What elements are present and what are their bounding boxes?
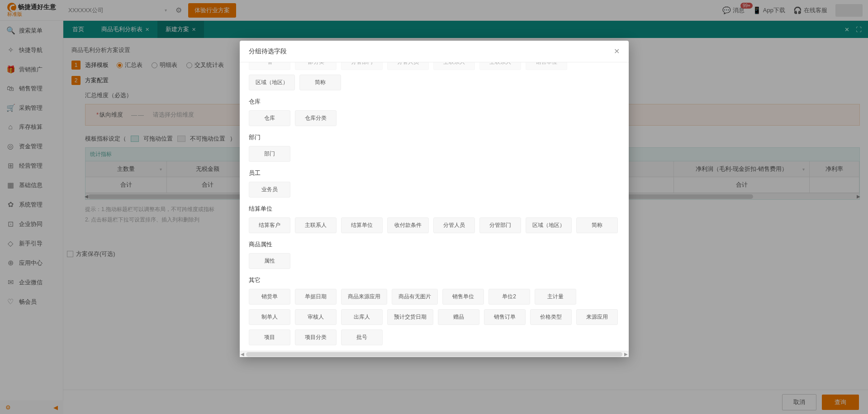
field-chip[interactable]: 单位2 (489, 289, 530, 305)
field-chip[interactable]: 出库人 (341, 309, 383, 325)
field-chip[interactable]: 简称 (576, 217, 618, 233)
field-chip[interactable]: 属性 (249, 253, 290, 269)
field-chip[interactable]: 分管人员 (433, 217, 475, 233)
modal-title: 分组待选字段 (249, 47, 287, 56)
field-chip[interactable]: 仓库 (249, 110, 290, 126)
field-chip[interactable]: 分管人员 (387, 62, 429, 70)
field-chip[interactable]: 区域（地区） (249, 75, 295, 90)
group-title-staff: 员工 (249, 169, 620, 177)
field-chip[interactable]: 业务员 (249, 182, 290, 198)
modal-scrollbar[interactable]: ◀▶ (240, 351, 629, 357)
field-chip[interactable]: 销售单位 (442, 289, 484, 305)
field-chip[interactable]: 制单人 (249, 309, 290, 325)
field-chip[interactable]: 单据日期 (295, 289, 337, 305)
field-chip[interactable]: 主联系人 (295, 217, 337, 233)
field-chip[interactable]: 主联系人 (479, 62, 521, 70)
field-chip[interactable]: 结算客户 (249, 217, 290, 233)
field-chip[interactable]: 批号 (341, 329, 383, 345)
field-chip[interactable]: 审核人 (295, 309, 337, 325)
field-chip[interactable]: 简称 (299, 75, 341, 90)
field-chip[interactable]: 商品有无图片 (392, 289, 438, 305)
group-title-settle: 结算单位 (249, 205, 620, 213)
field-chip[interactable]: 分管部门 (479, 217, 521, 233)
close-icon[interactable]: ✕ (614, 47, 620, 56)
field-chip[interactable]: 项目分类 (295, 329, 337, 345)
field-chip[interactable]: 项目 (249, 329, 290, 345)
field-chip[interactable]: 省/分类 (295, 62, 337, 70)
field-chip[interactable]: 部门 (249, 146, 290, 162)
modal-overlay: 分组待选字段 ✕ 省省/分类分管部门分管人员主联系人主联系人销售单位 区域（地区… (0, 0, 868, 414)
field-chip[interactable]: 仓库分类 (295, 110, 337, 126)
field-chip[interactable]: 销售单位 (526, 62, 567, 70)
field-chip[interactable]: 分管部门 (341, 62, 383, 70)
field-chip[interactable]: 主联系人 (433, 62, 475, 70)
field-chip[interactable]: 预计交货日期 (387, 309, 433, 325)
field-chip[interactable]: 区域（地区） (526, 217, 572, 233)
field-chip[interactable]: 收付款条件 (387, 217, 429, 233)
field-chip[interactable]: 主计量 (535, 289, 576, 305)
field-chip[interactable]: 结算单位 (341, 217, 383, 233)
group-title-warehouse: 仓库 (249, 98, 620, 106)
field-chip[interactable]: 来源应用 (576, 309, 618, 325)
group-title-other: 其它 (249, 276, 620, 284)
field-chip[interactable]: 销售订单 (484, 309, 526, 325)
field-chip[interactable]: 价格类型 (530, 309, 572, 325)
group-field-modal: 分组待选字段 ✕ 省省/分类分管部门分管人员主联系人主联系人销售单位 区域（地区… (240, 41, 629, 357)
field-chip[interactable]: 商品来源应用 (341, 289, 387, 305)
field-chip[interactable]: 省 (249, 62, 290, 70)
field-chip[interactable]: 赠品 (438, 309, 479, 325)
group-title-product: 商品属性 (249, 240, 620, 249)
group-title-dept: 部门 (249, 133, 620, 141)
field-chip[interactable]: 销货单 (249, 289, 290, 305)
